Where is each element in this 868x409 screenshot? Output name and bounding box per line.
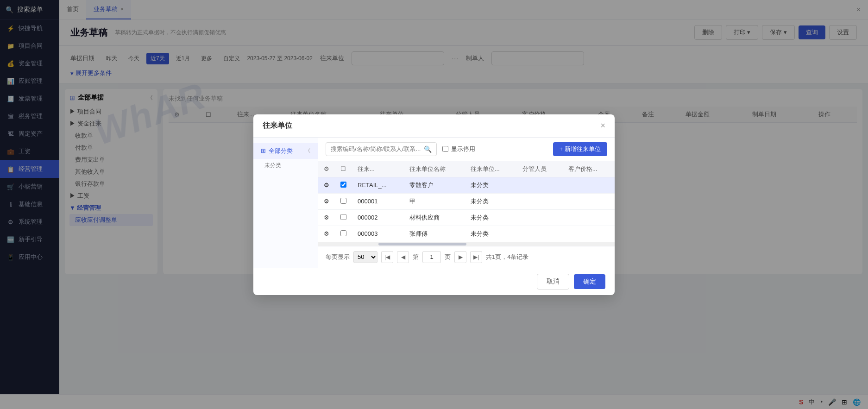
show-disabled-label[interactable]: 显示停用 [442,145,475,153]
modal-overlay: 往来单位 × ⊞ 全部分类 《 未分类 [0,0,868,409]
modal-pagination: 每页显示 50 100 |◀ ◀ 第 1 页 ▶ ▶| 共1页，4条记录 [318,246,615,268]
add-partner-button[interactable]: + 新增往来单位 [553,142,607,156]
modal-header: 往来单位 × [253,114,615,138]
row-settings[interactable]: ⚙ [318,226,335,242]
row-check[interactable] [340,198,346,204]
modal-title: 往来单位 [263,121,292,131]
row-gear-icon: ⚙ [324,198,329,205]
next-page-button[interactable]: ▶ [454,251,466,263]
modal-sidebar-all[interactable]: ⊞ 全部分类 《 [253,143,318,159]
modal-close-button[interactable]: × [600,121,605,131]
row-checkbox[interactable] [335,226,352,242]
modal-col-code: 往来... [352,161,404,177]
row-price [563,177,615,193]
row-code: 000002 [352,209,404,226]
modal-table-wrap: ⚙ ☐ 往来... 往来单位名称 往来单位... 分管人员 客户价格... ⚙ [318,161,615,242]
per-page-select[interactable]: 50 100 [353,251,377,263]
table-row[interactable]: ⚙ 000002 材料供应商 未分类 [318,209,615,226]
first-page-button[interactable]: |◀ [381,251,393,263]
row-settings[interactable]: ⚙ [318,209,335,226]
modal-search-box: 🔍 [326,142,437,156]
modal-body: ⊞ 全部分类 《 未分类 🔍 显示停用 [253,138,615,268]
modal-scrollbar[interactable] [318,242,615,246]
modal-main: 🔍 显示停用 + 新增往来单位 ⚙ ☐ [318,138,615,268]
row-manager [517,177,562,193]
row-manager [517,226,562,242]
row-manager [517,209,562,226]
row-gear-icon: ⚙ [324,214,329,221]
row-name: 材料供应商 [404,209,465,226]
modal-toolbar: 🔍 显示停用 + 新增往来单位 [318,138,615,161]
modal-col-type: 往来单位... [465,161,517,177]
total-records: 共1页，4条记录 [486,253,528,261]
modal-sidebar-unclassified[interactable]: 未分类 [253,159,318,172]
row-gear-icon: ⚙ [324,182,329,189]
page-number-input[interactable]: 1 [422,251,441,263]
modal-col-checkbox[interactable]: ☐ [335,161,352,177]
row-checkbox[interactable] [335,193,352,209]
modal-search-input[interactable] [331,145,424,152]
row-name: 张师傅 [404,226,465,242]
page-label: 第 [413,253,419,261]
table-row[interactable]: ⚙ 000003 张师傅 未分类 [318,226,615,242]
row-checkbox[interactable] [335,209,352,226]
search-icon: 🔍 [424,145,432,153]
modal-sidebar-all-label: 全部分类 [269,147,293,155]
cancel-button[interactable]: 取消 [537,274,569,289]
row-code: RETAIL_... [352,177,404,193]
row-check[interactable] [340,214,346,220]
row-price [563,209,615,226]
row-name: 零散客户 [404,177,465,193]
page-suffix: 页 [445,253,451,261]
table-row[interactable]: ⚙ RETAIL_... 零散客户 未分类 [318,177,615,193]
modal-footer: 取消 确定 [253,268,615,295]
confirm-button[interactable]: 确定 [574,274,605,289]
row-category: 未分类 [465,177,517,193]
modal-sidebar: ⊞ 全部分类 《 未分类 [253,138,318,268]
row-code: 000001 [352,193,404,209]
last-page-button[interactable]: ▶| [470,251,482,263]
modal-sidebar-collapse-icon[interactable]: 《 [305,147,310,154]
unclassified-label: 未分类 [264,162,281,169]
row-category: 未分类 [465,193,517,209]
row-manager [517,193,562,209]
partner-modal: 往来单位 × ⊞ 全部分类 《 未分类 [253,114,615,295]
row-name: 甲 [404,193,465,209]
grid-small-icon: ⊞ [261,147,266,154]
modal-table: ⚙ ☐ 往来... 往来单位名称 往来单位... 分管人员 客户价格... ⚙ [318,161,615,242]
modal-col-name: 往来单位名称 [404,161,465,177]
modal-scroll-thumb [378,243,466,245]
row-checkbox[interactable] [335,177,352,193]
row-price [563,193,615,209]
row-check[interactable] [340,230,346,236]
row-settings[interactable]: ⚙ [318,177,335,193]
per-page-label: 每页显示 [326,253,350,261]
row-code: 000003 [352,226,404,242]
row-category: 未分类 [465,226,517,242]
table-row[interactable]: ⚙ 000001 甲 未分类 [318,193,615,209]
modal-col-manager: 分管人员 [517,161,562,177]
modal-col-price: 客户价格... [563,161,615,177]
row-category: 未分类 [465,209,517,226]
row-settings[interactable]: ⚙ [318,193,335,209]
show-disabled-text: 显示停用 [451,145,475,153]
row-gear-icon: ⚙ [324,230,329,237]
prev-page-button[interactable]: ◀ [397,251,409,263]
row-check[interactable] [340,182,346,188]
modal-col-settings[interactable]: ⚙ [318,161,335,177]
row-price [563,226,615,242]
show-disabled-checkbox[interactable] [442,146,448,152]
